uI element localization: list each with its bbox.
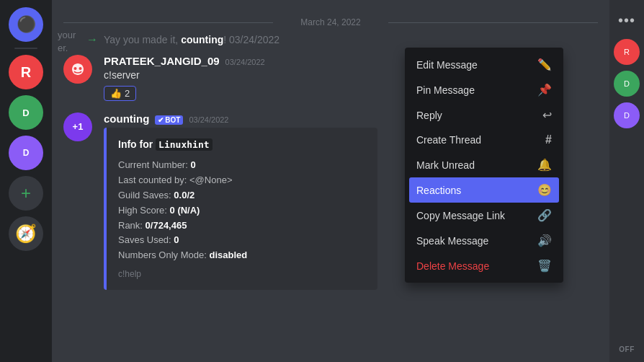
- embed-title-code: Linuxhint: [156, 138, 212, 151]
- edit-icon: ✏️: [537, 58, 552, 71]
- right-server-icon-3[interactable]: D: [614, 102, 640, 128]
- explore-servers-button[interactable]: 🧭: [9, 216, 43, 251]
- right-sidebar: ••• R D D OFF: [609, 0, 644, 362]
- svg-point-1: [74, 67, 77, 70]
- copy-link-icon: 🔗: [537, 208, 552, 222]
- delete-message-label: Delete Message: [416, 260, 489, 272]
- embed-field-6: Numbers Only Mode: disabled: [118, 248, 366, 263]
- reply-icon: ↩: [542, 108, 552, 122]
- message-timestamp: 03/24/2022: [225, 58, 265, 66]
- system-message-text: Yay you made it, counting! 03/24/2022: [104, 34, 279, 45]
- context-menu-item-delete[interactable]: Delete Message 🗑️: [409, 253, 559, 278]
- delete-icon: 🗑️: [537, 259, 552, 273]
- embed-field-4: Rank: 0/724,465: [118, 218, 366, 234]
- context-menu-item-mark-unread[interactable]: Mark Unread 🔔: [409, 152, 559, 177]
- context-menu-item-edit[interactable]: Edit Message ✏️: [409, 52, 559, 77]
- main-content: your er. March 24, 2022 → Yay you made i…: [52, 0, 609, 362]
- mark-unread-icon: 🔔: [537, 158, 552, 172]
- speak-icon: 🔊: [537, 234, 552, 247]
- channel-area: March 24, 2022 → Yay you made it, counti…: [52, 6, 609, 362]
- avatar: [63, 55, 92, 84]
- system-message: → Yay you made it, counting! 03/24/2022: [63, 33, 598, 46]
- message-username: PRATEEK_JANGID_09: [104, 55, 220, 67]
- offline-label: OFF: [614, 336, 640, 362]
- embed-field-3: High Score: 0 (N/A): [118, 203, 366, 218]
- context-menu-item-reactions[interactable]: Reactions 😊: [409, 177, 559, 203]
- embed-field-2: Guild Saves: 0.0/2: [118, 188, 366, 203]
- bot-badge: ✔ BOT: [155, 115, 183, 125]
- reaction-emoji: 👍: [110, 88, 122, 99]
- embed-field-5: Saves Used: 0: [118, 233, 366, 248]
- copy-link-label: Copy Message Link: [416, 210, 505, 221]
- context-menu-item-reply[interactable]: Reply ↩: [409, 102, 559, 128]
- reactions-icon: 😊: [537, 183, 552, 197]
- add-server-button[interactable]: +: [9, 176, 43, 211]
- svg-point-2: [79, 67, 82, 70]
- pin-message-label: Pin Message: [416, 84, 475, 96]
- date-divider: March 24, 2022: [63, 17, 598, 27]
- bot-username: counting: [104, 112, 149, 125]
- reaction-count: 2: [125, 88, 130, 99]
- embed-field-0: Current Number: 0: [118, 158, 366, 173]
- edit-message-label: Edit Message: [416, 59, 478, 71]
- bot-timestamp: 03/24/2022: [189, 115, 228, 124]
- create-thread-label: Create Thread: [416, 134, 481, 146]
- context-menu-item-copy-link[interactable]: Copy Message Link 🔗: [409, 203, 559, 228]
- mark-unread-label: Mark Unread: [416, 159, 475, 171]
- speak-message-label: Speak Message: [416, 235, 488, 247]
- pin-icon: 📌: [537, 83, 552, 97]
- context-menu-item-pin[interactable]: Pin Message 📌: [409, 77, 559, 102]
- more-options-button[interactable]: •••: [614, 7, 640, 33]
- sidebar-divider: [14, 48, 37, 49]
- reactions-label: Reactions: [416, 185, 461, 196]
- server-icon-3[interactable]: D: [9, 136, 43, 170]
- avatar-bot: +1: [63, 112, 92, 141]
- reaction-badge[interactable]: 👍 2: [104, 86, 136, 101]
- server-icon-discord[interactable]: ⚫: [9, 7, 43, 42]
- embed-footer: c!help: [118, 268, 366, 281]
- context-menu: Edit Message ✏️ Pin Message 📌 Reply ↩ Cr…: [405, 48, 563, 283]
- embed: Info for Linuxhint Current Number: 0 Las…: [104, 128, 377, 291]
- server-icon-1[interactable]: R: [9, 55, 43, 89]
- right-server-icon-2[interactable]: D: [614, 71, 640, 97]
- server-icon-2[interactable]: D: [9, 95, 43, 130]
- embed-title: Info for Linuxhint: [118, 136, 366, 153]
- context-menu-item-speak[interactable]: Speak Message 🔊: [409, 228, 559, 253]
- arrow-icon: →: [86, 33, 98, 46]
- reply-label: Reply: [416, 110, 442, 121]
- right-server-icon-1[interactable]: R: [614, 39, 640, 65]
- embed-field-1: Last counted by: <@None>: [118, 173, 366, 188]
- left-sidebar: ⚫ R D D + 🧭: [0, 0, 52, 362]
- context-menu-item-thread[interactable]: Create Thread #: [409, 128, 559, 152]
- thread-icon: #: [545, 133, 552, 146]
